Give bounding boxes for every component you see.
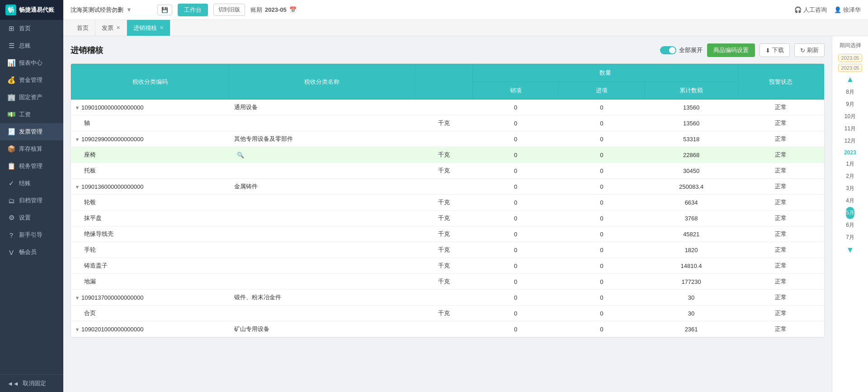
table-row[interactable]: 抹平盘 千克 0 0 3768 正常 xyxy=(71,210,824,226)
refresh-button[interactable]: ↻ 刷新 xyxy=(794,43,825,57)
col-sales: 销项 xyxy=(472,82,558,100)
tab-reconcile-close[interactable]: ✕ xyxy=(160,25,164,31)
row-unit xyxy=(415,321,473,337)
sidebar-item-stock[interactable]: 📦 库存核算 xyxy=(0,140,63,158)
tab-invoice-close[interactable]: ✕ xyxy=(116,25,120,31)
table-row[interactable]: 绝缘导线壳 千克 0 0 45821 正常 xyxy=(71,226,824,242)
sidebar-item-home[interactable]: ⊞ 首页 xyxy=(0,20,63,37)
sidebar-item-ledger[interactable]: ☰ 总账 xyxy=(0,37,63,54)
sidebar-item-capital[interactable]: 💰 资金管理 xyxy=(0,72,63,89)
period-sidebar: 期间选择 2023.05 2023.05 ▲ 8月9月10月11月12月2023… xyxy=(832,36,868,392)
table-row[interactable]: 手轮 千克 0 0 1820 正常 xyxy=(71,242,824,258)
sidebar-label-settle: 结账 xyxy=(19,179,31,187)
table-row[interactable]: 轴 千克 0 0 13560 正常 xyxy=(71,115,824,131)
tab-invoice[interactable]: 发票 ✕ xyxy=(95,20,127,36)
row-unit: 千克 xyxy=(415,242,473,258)
sidebar-label-tax: 税务管理 xyxy=(19,162,42,170)
table-row[interactable]: 托板 千克 0 0 30450 正常 xyxy=(71,163,824,179)
sidebar: 畅 畅捷通易代账 ⊞ 首页 ☰ 总账 📊 报表中心 💰 资金管理 🏢 固定资产 … xyxy=(0,0,63,392)
sidebar-item-settle[interactable]: ✓ 结账 xyxy=(0,175,63,192)
period-selected-start[interactable]: 2023.05 xyxy=(838,54,863,62)
row-tax-name xyxy=(229,226,415,242)
logo-icon: 畅 xyxy=(5,5,16,15)
period-month-item[interactable]: 1月 xyxy=(842,158,858,170)
period-up-nav[interactable]: ▲ xyxy=(844,73,856,86)
sidebar-item-invoice[interactable]: 🧾 发票管理 xyxy=(0,123,63,140)
row-sales: 0 xyxy=(472,210,558,226)
period-display: 账期 2023-05 📅 xyxy=(250,6,297,14)
user-menu[interactable]: 👤 徐泽华 xyxy=(834,6,861,14)
unpin-label: 取消固定 xyxy=(23,379,46,387)
save-button[interactable]: 💾 xyxy=(157,5,172,15)
stock-icon: 📦 xyxy=(7,145,15,153)
period-month-item[interactable]: 5月 xyxy=(846,207,854,219)
sidebar-item-member[interactable]: V 畅会员 xyxy=(0,244,63,261)
period-month-item[interactable]: 12月 xyxy=(842,135,858,147)
tab-home[interactable]: 首页 xyxy=(71,20,95,36)
table-row[interactable]: ▼ 1090299000000000000 其他专用设备及零部件 0 0 533… xyxy=(71,131,824,147)
table-row[interactable]: ▼ 1090137000000000000 锻件、粉末冶金件 0 0 30 正常 xyxy=(71,290,824,306)
period-month-item[interactable]: 6月 xyxy=(842,219,858,231)
sidebar-label-ledger: 总账 xyxy=(19,42,31,50)
sidebar-unpin[interactable]: ◄◄ 取消固定 xyxy=(0,374,63,392)
company-selector[interactable]: 沈海英测试经营勿删 ▼ xyxy=(71,6,152,14)
row-name: 托板 xyxy=(71,163,229,179)
service-button[interactable]: 🎧 人工咨询 xyxy=(794,6,827,14)
expand-toggle[interactable] xyxy=(660,46,676,54)
product-code-button[interactable]: 商品编码设置 xyxy=(707,43,755,57)
sidebar-item-guide[interactable]: ? 新手引导 xyxy=(0,226,63,244)
period-selected-end[interactable]: 2023.05 xyxy=(838,64,863,72)
table-row[interactable]: ▼ 1090100000000000000 通用设备 0 0 13560 正常 xyxy=(71,100,824,115)
row-total: 13560 xyxy=(645,100,738,115)
sidebar-label-invoice: 发票管理 xyxy=(19,128,42,136)
expand-toggle-wrapper: 全部展开 xyxy=(660,46,703,54)
period-value: 2023-05 xyxy=(265,6,287,13)
sidebar-item-report[interactable]: 📊 报表中心 xyxy=(0,54,63,72)
period-month-item[interactable]: 9月 xyxy=(842,98,858,110)
row-purchase: 0 xyxy=(559,195,645,210)
row-name: 轴 xyxy=(71,115,229,131)
table-row[interactable]: 轮毂 千克 0 0 6634 正常 xyxy=(71,195,824,210)
row-status: 正常 xyxy=(738,179,824,195)
user-name: 徐泽华 xyxy=(843,6,861,14)
row-status: 正常 xyxy=(738,195,824,210)
period-month-item[interactable]: 7月 xyxy=(842,231,858,244)
table-row[interactable]: ▼ 1090136000000000000 金属铸件 0 0 250083.4 … xyxy=(71,179,824,195)
period-month-item[interactable]: 11月 xyxy=(842,123,858,135)
table-row[interactable]: 合页 千克 0 0 30 正常 xyxy=(71,306,824,321)
tab-reconcile-label: 进销稽核 xyxy=(133,24,157,32)
sidebar-item-archive[interactable]: 🗂 归档管理 xyxy=(0,192,63,209)
table-row[interactable]: 铸造盖子 千克 0 0 14810.4 正常 xyxy=(71,258,824,274)
pin-icon: ◄◄ xyxy=(7,380,19,387)
sidebar-item-fixed[interactable]: 🏢 固定资产 xyxy=(0,89,63,106)
period-down-nav[interactable]: ▼ xyxy=(844,244,856,257)
tab-reconcile[interactable]: 进销稽核 ✕ xyxy=(127,20,170,36)
sidebar-item-settings[interactable]: ⚙ 设置 xyxy=(0,209,63,226)
period-month-item[interactable]: 4月 xyxy=(842,195,858,207)
download-button[interactable]: ⬇ 下载 xyxy=(760,43,790,57)
service-label: 人工咨询 xyxy=(803,6,827,14)
switch-old-button[interactable]: 切到旧版 xyxy=(213,4,245,16)
period-month-item[interactable]: 3月 xyxy=(842,182,858,195)
row-name: 座椅 xyxy=(71,147,229,163)
row-unit: 千克 xyxy=(415,195,473,210)
table-row[interactable]: 地漏 千克 0 0 177230 正常 xyxy=(71,274,824,290)
search-icon[interactable]: 🔍 xyxy=(237,152,244,158)
period-month-item[interactable]: 2月 xyxy=(842,170,858,182)
period-month-item[interactable]: 8月 xyxy=(842,86,858,98)
data-table-wrap: 税收分类编码 税收分类名称 数量 预警状态 销项 进项 累计数额 xyxy=(71,63,825,338)
sidebar-item-tax[interactable]: 📋 税务管理 xyxy=(0,158,63,175)
period-month-item[interactable]: 10月 xyxy=(842,110,858,123)
row-sales: 0 xyxy=(472,195,558,210)
table-row[interactable]: ▼ 1090201000000000000 矿山专用设备 0 0 2361 正常 xyxy=(71,321,824,337)
calendar-icon[interactable]: 📅 xyxy=(289,6,297,13)
table-row[interactable]: 座椅 🔍 千克 0 0 22868 正常 xyxy=(71,147,824,163)
row-status: 正常 xyxy=(738,321,824,337)
row-purchase: 0 xyxy=(559,242,645,258)
period-month-item[interactable]: 2023 xyxy=(842,147,858,158)
sidebar-item-payroll[interactable]: 💵 工资 xyxy=(0,106,63,123)
sidebar-label-settings: 设置 xyxy=(19,214,31,222)
sidebar-label-archive: 归档管理 xyxy=(19,196,42,205)
workbench-button[interactable]: 工作台 xyxy=(178,4,208,16)
row-sales: 0 xyxy=(472,258,558,274)
